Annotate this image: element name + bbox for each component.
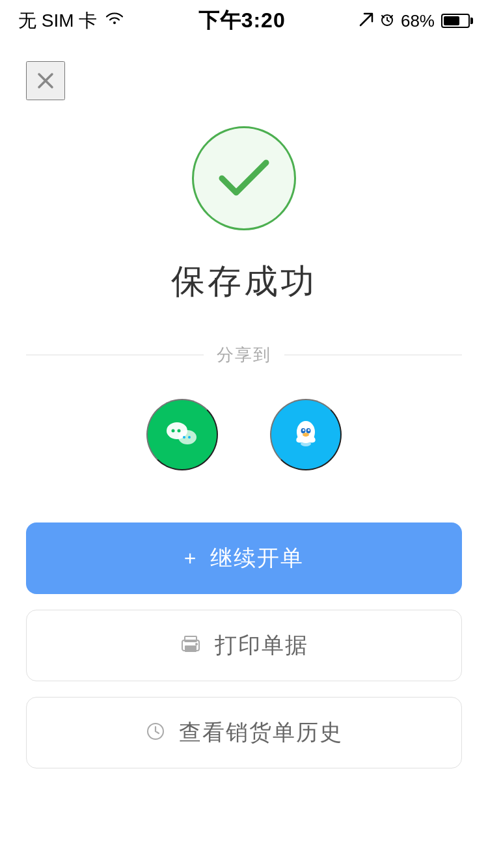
share-icons: [146, 399, 342, 470]
close-button[interactable]: [26, 61, 65, 100]
svg-point-6: [188, 436, 191, 439]
svg-point-12: [303, 429, 305, 431]
wechat-icon: [163, 418, 202, 452]
svg-point-19: [195, 643, 198, 645]
alarm-icon: [380, 11, 394, 31]
continue-button[interactable]: + 继续开单: [26, 522, 462, 594]
history-label: 查看销货单历史: [179, 718, 343, 748]
divider-left: [26, 355, 204, 355]
status-right: 68%: [359, 11, 470, 31]
svg-rect-17: [185, 645, 197, 652]
location-icon: [359, 11, 373, 31]
checkmark-icon: [218, 159, 270, 198]
wechat-share-button[interactable]: [146, 399, 218, 470]
success-title: 保存成功: [171, 259, 317, 305]
svg-point-3: [172, 429, 175, 433]
actions: + 继续开单 打印单据 查看销货单历史: [26, 522, 462, 768]
close-icon: [34, 69, 57, 92]
wifi-icon: [105, 11, 124, 31]
share-section: 分享到: [26, 344, 462, 470]
qq-icon: [286, 415, 325, 454]
print-icon: [180, 634, 202, 658]
svg-point-2: [178, 430, 197, 444]
share-label: 分享到: [217, 344, 271, 366]
svg-point-15: [301, 441, 311, 446]
print-button[interactable]: 打印单据: [26, 610, 462, 681]
status-bar: 无 SIM 卡 下午3:20 68%: [0, 0, 488, 42]
print-label: 打印单据: [215, 631, 308, 660]
svg-point-5: [183, 436, 185, 439]
history-icon: [145, 721, 166, 745]
continue-label: 继续开单: [210, 543, 304, 573]
battery-text: 68%: [401, 11, 435, 31]
history-button[interactable]: 查看销货单历史: [26, 697, 462, 768]
status-carrier: 无 SIM 卡: [18, 8, 124, 33]
svg-point-13: [308, 429, 310, 431]
carrier-text: 无 SIM 卡: [18, 8, 97, 33]
battery-icon: [441, 14, 470, 28]
success-area: 保存成功: [26, 126, 462, 305]
continue-icon: +: [184, 548, 198, 569]
success-circle: [192, 126, 296, 230]
svg-point-4: [178, 429, 181, 433]
divider-right: [284, 355, 462, 355]
qq-share-button[interactable]: [270, 399, 342, 470]
divider-row: 分享到: [26, 344, 462, 366]
page-content: 保存成功 分享到: [0, 42, 488, 868]
status-time: 下午3:20: [198, 7, 286, 35]
